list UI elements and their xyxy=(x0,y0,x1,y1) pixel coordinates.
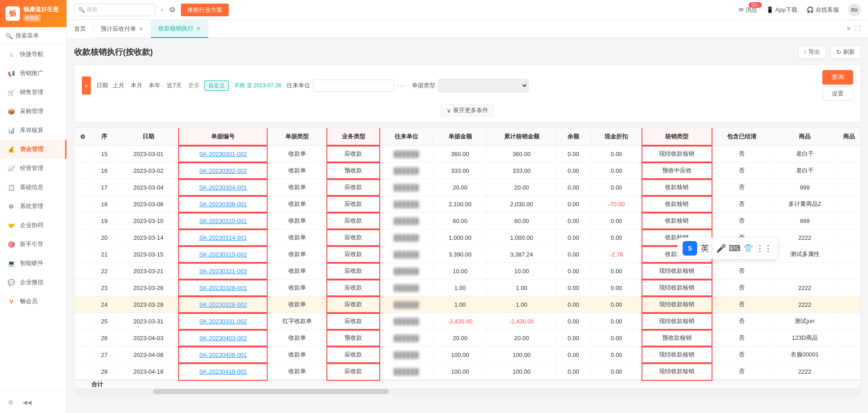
sidebar-item-inventory[interactable]: 📊 库存核算 xyxy=(0,121,66,140)
cell-doctype: 收款单 xyxy=(267,146,327,162)
sidebar-search[interactable]: 🔍 搜索菜单 xyxy=(0,27,66,45)
logo-icon: 畅 xyxy=(5,6,20,21)
trial-industry-button[interactable]: 体验行业方案 xyxy=(181,4,229,16)
column-settings-icon[interactable]: ⚙ xyxy=(80,133,85,140)
filter-settings-button[interactable]: 设置 xyxy=(822,86,853,101)
chevron-down-icon: ∨ xyxy=(447,107,451,114)
link-docno[interactable]: SK-20230418-001 xyxy=(199,368,247,375)
settings-bottom-icon[interactable]: ⚙ xyxy=(5,397,16,408)
sidebar-item-hardware[interactable]: 💻 智能硬件 xyxy=(0,254,66,273)
filter-date-custom[interactable]: 自定义 xyxy=(204,81,229,91)
topbar-gear-icon[interactable]: ⚙ xyxy=(169,5,175,14)
tab-close-all-icon[interactable]: ✕ xyxy=(846,25,851,32)
cell-date: 2023-03-31 xyxy=(118,313,179,330)
link-docno[interactable]: SK-20230328-002 xyxy=(199,301,247,308)
user-avatar[interactable]: Rit xyxy=(848,4,861,16)
cell-biztype: 应收款 xyxy=(327,363,379,380)
cell-verified: 1,000.00 xyxy=(487,229,556,246)
link-docno[interactable]: SK-20230308-001 xyxy=(199,201,247,208)
link-docno[interactable]: SK-20230310-001 xyxy=(199,218,247,224)
cell-docno[interactable]: SK-20230408-001 xyxy=(179,347,267,363)
refresh-button[interactable]: ↻ 刷新 xyxy=(830,45,861,59)
cell-docno[interactable]: SK-20230314-001 xyxy=(179,229,267,246)
sidebar-item-enterprise[interactable]: 🤝 企业协同 xyxy=(0,216,66,235)
link-docno[interactable]: SK-20230408-001 xyxy=(199,351,247,358)
cell-goods2 xyxy=(838,162,861,179)
sidebar-item-quick[interactable]: ⌂ 快捷导航 xyxy=(0,45,66,64)
cell-docno[interactable]: SK-20230310-001 xyxy=(179,213,267,229)
filter-date-7days[interactable]: 近7天 xyxy=(165,81,184,90)
link-docno[interactable]: SK-20230331-002 xyxy=(199,318,247,325)
sidebar-item-guide[interactable]: 🎯 新手引导 xyxy=(0,235,66,254)
cell-date: 2023-03-15 xyxy=(118,246,179,263)
link-docno[interactable]: SK-20230314-001 xyxy=(199,234,247,241)
sidebar-item-finance[interactable]: 💰 资金管理 xyxy=(0,140,66,159)
topbar-search[interactable]: 🔍 搜索 xyxy=(74,4,156,16)
cell-docno[interactable]: SK-20230418-001 xyxy=(179,363,267,380)
cell-canceltype: 预收款核销 xyxy=(642,330,712,347)
sidebar-item-basic[interactable]: 📋 基础信息 xyxy=(0,178,66,197)
filter-doctype-select[interactable] xyxy=(438,79,528,92)
cell-docno[interactable]: SK-20230403-002 xyxy=(179,330,267,347)
footer-gear xyxy=(75,380,91,389)
link-docno[interactable]: SK-20230302-002 xyxy=(199,167,247,174)
cell-docno[interactable]: SK-20230331-002 xyxy=(179,313,267,330)
link-docno[interactable]: SK-20230321-003 xyxy=(199,268,247,275)
tab-collection[interactable]: 收款核销执行 ✕ xyxy=(151,20,208,38)
cell-discount: 0.00 xyxy=(590,313,642,330)
cell-included: 否 xyxy=(712,146,772,162)
cell-amount: 1.00 xyxy=(433,280,487,296)
cell-gear xyxy=(75,213,91,229)
cell-included: 否 xyxy=(712,296,772,313)
tab-expand-icon[interactable]: ⛶ xyxy=(855,25,861,32)
cell-docno[interactable]: SK-20230308-001 xyxy=(179,196,267,213)
link-docno[interactable]: SK-20230304-001 xyxy=(199,184,247,191)
filter-party-input[interactable] xyxy=(313,80,394,92)
filter-date-more[interactable]: 更多 xyxy=(186,81,202,90)
cell-docno[interactable]: SK-20230328-001 xyxy=(179,280,267,296)
link-docno[interactable]: SK-20230315-002 xyxy=(199,251,247,258)
sidebar-item-wechat[interactable]: 💬 企业微信 xyxy=(0,273,66,292)
collapse-icon[interactable]: ◀◀ xyxy=(22,397,33,408)
tab-pending[interactable]: 预计应收付单 ✕ xyxy=(94,20,151,38)
sidebar-item-operations[interactable]: 📈 经营管理 xyxy=(0,159,66,178)
cell-docno[interactable]: SK-20230321-003 xyxy=(179,263,267,280)
sidebar-item-member[interactable]: V 畅会员 xyxy=(0,292,66,311)
topbar-dropdown[interactable]: ▾ xyxy=(161,7,164,13)
sidebar-item-purchase[interactable]: 📦 采购管理 xyxy=(0,102,66,121)
cell-doctype: 收款单 xyxy=(267,363,327,380)
cell-balance: 0.00 xyxy=(556,229,590,246)
tab-collection-close[interactable]: ✕ xyxy=(196,25,201,32)
sidebar-item-marketing[interactable]: 📢 营销推广 xyxy=(0,64,66,83)
tab-pending-close[interactable]: ✕ xyxy=(139,26,143,32)
cell-docno[interactable]: SK-20230315-002 xyxy=(179,246,267,263)
link-docno[interactable]: SK-20230301-002 xyxy=(199,151,247,157)
filter-query-button[interactable]: 查询 xyxy=(822,70,853,85)
cell-goods2 xyxy=(838,146,861,162)
filter-date-this-year[interactable]: 本年 xyxy=(147,81,162,90)
cell-goods: 2222 xyxy=(772,363,838,380)
tab-home[interactable]: 首页 xyxy=(67,20,94,38)
col-header-date: 日期 xyxy=(118,128,179,146)
col-header-gear[interactable]: ⚙ xyxy=(75,128,91,146)
sidebar-item-system[interactable]: ⚙ 系统管理 xyxy=(0,197,66,216)
filter-date-last-month[interactable]: 上月 xyxy=(111,81,126,90)
expand-more-button[interactable]: ∨ 展开更多条件 xyxy=(441,104,494,116)
filter-date-this-month[interactable]: 本月 xyxy=(129,81,144,90)
link-docno[interactable]: SK-20230328-001 xyxy=(199,285,247,291)
online-service-button[interactable]: 🎧 在线客服 xyxy=(807,6,839,14)
export-button[interactable]: ↑ 导出 xyxy=(798,45,826,59)
app-download-button[interactable]: 📱 App下载 xyxy=(766,6,797,14)
cell-docno[interactable]: SK-20230302-002 xyxy=(179,162,267,179)
filter-dots: ··· xyxy=(397,81,406,90)
sidebar-item-sales[interactable]: 🛒 销售管理 xyxy=(0,83,66,102)
cell-included: 否 xyxy=(712,162,772,179)
cell-party: ██████ xyxy=(379,280,433,296)
cell-docno[interactable]: SK-20230301-002 xyxy=(179,146,267,162)
table-scrollbar[interactable] xyxy=(75,389,860,394)
cell-docno[interactable]: SK-20230304-001 xyxy=(179,179,267,196)
message-button[interactable]: ✉ 消息 99+ xyxy=(739,6,757,14)
filter-expand-button[interactable]: » xyxy=(82,76,91,95)
link-docno[interactable]: SK-20230403-002 xyxy=(199,335,247,342)
cell-docno[interactable]: SK-20230328-002 xyxy=(179,296,267,313)
